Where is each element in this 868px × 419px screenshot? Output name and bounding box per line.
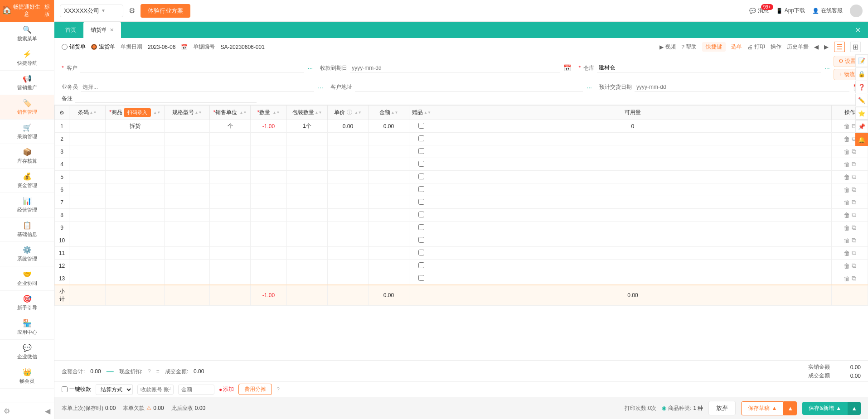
row-gift[interactable] bbox=[409, 158, 434, 171]
unit-sort-icon[interactable]: ▲▼ bbox=[240, 111, 247, 115]
row-gift[interactable] bbox=[409, 196, 434, 209]
radio-sale-input[interactable] bbox=[62, 44, 68, 50]
salesperson-dots-icon[interactable]: ··· bbox=[318, 84, 323, 91]
customer-input[interactable] bbox=[80, 64, 304, 72]
trial-button[interactable]: 体验行业方案 bbox=[141, 4, 190, 18]
copy-row-icon[interactable]: ⧉ bbox=[852, 160, 856, 168]
help-circle-icon[interactable]: ? bbox=[148, 368, 151, 375]
radio-product-icon[interactable]: ◉ bbox=[662, 405, 666, 411]
delete-row-icon[interactable]: 🗑 bbox=[844, 275, 850, 282]
sidebar-settings-icon[interactable]: ⚙ bbox=[4, 407, 10, 415]
delete-row-icon[interactable]: 🗑 bbox=[844, 199, 850, 206]
row-gift[interactable] bbox=[409, 145, 434, 158]
sidebar-item-member[interactable]: 👑 畅会员 bbox=[0, 364, 54, 389]
message-button[interactable]: 💬 消息 99+ bbox=[749, 7, 769, 14]
row-gift[interactable] bbox=[409, 234, 434, 247]
payment-due-cal-icon[interactable]: 📅 bbox=[563, 64, 571, 72]
row-gift[interactable] bbox=[409, 272, 434, 285]
copy-row-icon[interactable]: ⧉ bbox=[852, 198, 856, 206]
radio-sale[interactable]: 销货单 bbox=[62, 43, 86, 51]
spec-sort-icon[interactable]: ▲▼ bbox=[195, 111, 202, 115]
sidebar-item-purchase[interactable]: 🛒 采购管理 bbox=[0, 120, 54, 144]
warehouse-dots-icon[interactable]: ··· bbox=[824, 64, 830, 72]
delete-row-icon[interactable]: 🗑 bbox=[844, 237, 850, 244]
sidebar-collapse-icon[interactable]: ◀ bbox=[45, 407, 50, 415]
app-download-button[interactable]: 📱 App下载 bbox=[776, 7, 805, 14]
view-grid-icon[interactable]: ⊞ bbox=[850, 42, 861, 52]
one-click-checkbox-input[interactable] bbox=[62, 386, 68, 392]
sidebar-item-marketing[interactable]: 📢 营销推广 bbox=[0, 71, 54, 95]
online-support-button[interactable]: 👤 在线客服 bbox=[812, 7, 843, 14]
gift-sort-icon[interactable]: ▲▼ bbox=[424, 111, 431, 115]
copy-row-icon[interactable]: ⧉ bbox=[852, 262, 856, 270]
avatar[interactable] bbox=[850, 5, 863, 17]
addr-dots-icon[interactable]: ··· bbox=[587, 84, 592, 91]
delete-row-icon[interactable]: 🗑 bbox=[844, 161, 850, 168]
operation-btn[interactable]: 操作 bbox=[771, 43, 781, 51]
payment-amount-input[interactable] bbox=[178, 385, 214, 395]
rp-star-icon[interactable]: ⭐ bbox=[855, 107, 868, 120]
row-spec[interactable] bbox=[165, 120, 210, 133]
company-selector[interactable]: XXXXXX公司 ▼ bbox=[60, 5, 123, 17]
row-qty[interactable]: -1.00 bbox=[251, 120, 287, 133]
delete-row-icon[interactable]: 🗑 bbox=[844, 135, 850, 143]
sidebar-item-sales[interactable]: 🏷️ 销售管理 bbox=[0, 95, 54, 120]
row-barcode[interactable] bbox=[69, 120, 106, 133]
customer-dots-icon[interactable]: ··· bbox=[308, 64, 313, 72]
sidebar-item-system[interactable]: ⚙️ 系统管理 bbox=[0, 242, 54, 266]
goods-sort-icon[interactable]: ▲▼ bbox=[153, 111, 160, 115]
spec-input[interactable] bbox=[167, 123, 207, 130]
rp-lock-icon[interactable]: 🔒 bbox=[855, 67, 868, 80]
delete-row-icon[interactable]: 🗑 bbox=[844, 224, 850, 231]
scan-btn[interactable]: 扫码录入 bbox=[124, 108, 151, 117]
print-btn[interactable]: 🖨 打印 bbox=[747, 43, 765, 51]
fee-allocation-button[interactable]: 费用分摊 bbox=[238, 384, 272, 395]
nav-prev-icon[interactable]: ◀ bbox=[814, 43, 819, 50]
settings-gear-icon[interactable]: ⚙ bbox=[127, 5, 137, 17]
row-gift[interactable] bbox=[409, 183, 434, 196]
nav-next-icon[interactable]: ▶ bbox=[824, 43, 829, 50]
delete-row-icon[interactable]: 🗑 bbox=[844, 148, 850, 155]
rp-note-icon[interactable]: 📝 bbox=[855, 54, 868, 67]
delete-row-icon[interactable]: 🗑 bbox=[844, 123, 850, 130]
copy-row-icon[interactable]: ⧉ bbox=[852, 275, 856, 282]
rp-edit-icon[interactable]: ✏️ bbox=[855, 94, 868, 106]
price-info-icon[interactable]: ⓘ bbox=[347, 109, 352, 116]
warehouse-input[interactable] bbox=[597, 64, 821, 72]
th-gear[interactable]: ⚙ bbox=[55, 106, 69, 120]
tab-home[interactable]: 首页 bbox=[58, 22, 83, 38]
select-btn[interactable]: 选单 bbox=[731, 43, 742, 51]
help-btn[interactable]: ? 帮助 bbox=[681, 43, 697, 51]
sidebar-item-quick-nav[interactable]: ⚡ 快捷导航 bbox=[0, 46, 54, 71]
history-btn[interactable]: 历史单据 bbox=[787, 43, 809, 51]
row-gift[interactable] bbox=[409, 209, 434, 222]
video-btn[interactable]: ▶ 视频 bbox=[659, 43, 676, 51]
sidebar-item-finance[interactable]: 💰 资金管理 bbox=[0, 169, 54, 193]
sidebar-item-inventory[interactable]: 📦 库存核算 bbox=[0, 144, 54, 169]
sidebar-item-wecom[interactable]: 💬 企业微信 bbox=[0, 340, 54, 364]
customer-addr-input[interactable] bbox=[355, 83, 583, 92]
sidebar-item-search[interactable]: 🔍 搜索菜单 bbox=[0, 22, 54, 46]
rp-pin-icon[interactable]: 📌 bbox=[855, 120, 868, 133]
one-click-payment-checkbox[interactable]: 一键收款 bbox=[62, 385, 91, 393]
save-draft-button[interactable]: 保存草稿 ▲ bbox=[741, 401, 784, 415]
close-all-tabs[interactable]: ✕ bbox=[851, 26, 864, 34]
sidebar-item-enterprise[interactable]: 🤝 企业协同 bbox=[0, 266, 54, 291]
radio-return-input[interactable] bbox=[91, 44, 97, 50]
close-icon[interactable]: ✕ bbox=[110, 27, 114, 33]
delete-row-icon[interactable]: 🗑 bbox=[844, 173, 850, 181]
price-sort-icon[interactable]: ▲▼ bbox=[354, 111, 362, 115]
sidebar-item-operation[interactable]: 📊 经营管理 bbox=[0, 193, 54, 217]
save-new-button[interactable]: 保存&新增 ▲ bbox=[802, 402, 848, 415]
copy-row-icon[interactable]: ⧉ bbox=[852, 211, 856, 219]
row-gift[interactable] bbox=[409, 171, 434, 183]
delete-row-icon[interactable]: 🗑 bbox=[844, 186, 850, 193]
account-input[interactable] bbox=[137, 385, 174, 395]
copy-row-icon[interactable]: ⧉ bbox=[852, 236, 856, 244]
payment-method-select[interactable]: 结算方式 bbox=[96, 384, 133, 395]
row-gift[interactable] bbox=[409, 222, 434, 234]
radio-return[interactable]: 退货单 bbox=[91, 43, 115, 51]
row-gift[interactable] bbox=[409, 120, 434, 133]
pkg-sort-icon[interactable]: ▲▼ bbox=[315, 111, 322, 115]
sidebar-item-appstore[interactable]: 🏪 应用中心 bbox=[0, 315, 54, 340]
